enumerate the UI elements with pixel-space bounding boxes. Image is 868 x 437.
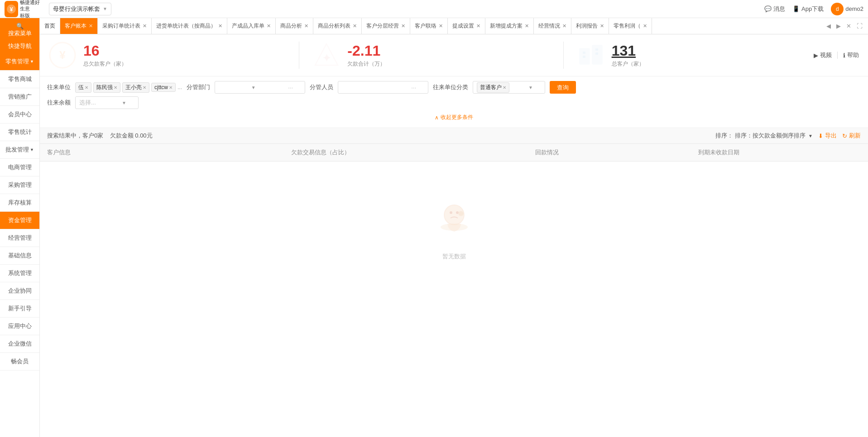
close-tab-business-status[interactable]: ✕	[562, 23, 566, 29]
sidebar-item-finance[interactable]: 资金管理	[0, 212, 39, 229]
tab-purchase-stats[interactable]: 进货单统计表（按商品） ✕	[152, 18, 227, 34]
tab-customer-tier[interactable]: 客户分层经营 ✕	[362, 18, 410, 34]
filter-tag-chen[interactable]: 陈民强 ✕	[93, 82, 120, 93]
sidebar-item-app-center[interactable]: 应用中心	[0, 318, 39, 335]
video-help-btn[interactable]: ▶ 视频	[814, 51, 832, 59]
help-area: ▶ 视频 ℹ 帮助	[814, 51, 859, 59]
tab-commission-setting[interactable]: 提成设置 ✕	[448, 18, 485, 34]
refresh-icon: ↻	[842, 133, 847, 139]
user-profile[interactable]: d demo2	[831, 3, 863, 15]
sidebar-item-wholesale[interactable]: 批发管理 ▼	[0, 141, 39, 159]
collapse-filter-btn[interactable]: ∧ 收起更多条件	[435, 112, 473, 123]
sidebar-item-inventory[interactable]: 库存核算	[0, 194, 39, 212]
arrears-label: 欠款合计（万）	[347, 60, 385, 68]
table-col-overdue-date: 到期未收款日期	[698, 148, 861, 157]
sidebar-item-retail-stats[interactable]: 零售统计	[0, 124, 39, 141]
download-icon: 📱	[792, 5, 800, 12]
sidebar: 🔍 搜索菜单 快捷导航 零售管理 ▼ 零售商城 营销推广 会员中心 零售统计	[0, 18, 40, 437]
person-filter-select[interactable]: ···	[338, 81, 428, 94]
logo-icon: ¥	[5, 1, 18, 17]
tab-business-status[interactable]: 经营情况 ✕	[534, 18, 571, 34]
sidebar-item-enterprise-collab[interactable]: 企业协同	[0, 282, 39, 300]
tab-profit-report[interactable]: 利润报告 ✕	[571, 18, 609, 34]
remove-tag-chen[interactable]: ✕	[114, 85, 117, 90]
close-tab-retail-profit[interactable]: ✕	[643, 23, 647, 29]
balance-chevron-icon: ▼	[122, 100, 126, 105]
tab-home[interactable]: 首页	[40, 18, 60, 34]
sidebar-item-enterprise-wechat[interactable]: 企业微信	[0, 335, 39, 353]
stat-block-total-customers: 131 总客户（家）	[577, 42, 814, 69]
balance-filter-select[interactable]: 选择... ▼	[75, 96, 139, 109]
chevron-down-icon: ▼	[103, 6, 107, 11]
tab-goods-analysis-list[interactable]: 商品分析列表 ✕	[313, 18, 362, 34]
sidebar-item-purchase[interactable]: 采购管理	[0, 176, 39, 194]
logo-area: ¥ 畅捷通好生意 标版	[5, 0, 44, 19]
tab-product-inbound[interactable]: 产成品入库单 ✕	[227, 18, 276, 34]
stat-block-arrears: ✦ -2.11 欠款合计（万）	[313, 42, 549, 69]
sidebar-item-marketing[interactable]: 营销推广	[0, 88, 39, 106]
balance-placeholder: 选择...	[79, 99, 96, 107]
tenant-dropdown[interactable]: 母婴行业演示帐套 ▼	[49, 3, 111, 15]
svg-rect-9	[583, 56, 585, 58]
tab-next-btn[interactable]: ▶	[834, 23, 843, 29]
person-more-btn[interactable]: ···	[411, 84, 416, 91]
tab-fullscreen-btn[interactable]: ⛶	[855, 23, 864, 29]
close-tab-customer-contact[interactable]: ✕	[439, 23, 443, 29]
tab-customer-contact[interactable]: 客户联络 ✕	[410, 18, 448, 34]
close-tab-product-inbound[interactable]: ✕	[267, 23, 271, 29]
close-tab-purchase-order[interactable]: ✕	[143, 23, 147, 29]
sidebar-quick-nav[interactable]: 快捷导航	[0, 40, 39, 53]
tab-add-commission[interactable]: 新增提成方案 ✕	[485, 18, 534, 34]
filter-tag-cjttcw[interactable]: cjttcw ✕	[151, 83, 176, 92]
sidebar-item-member-center[interactable]: 会员中心	[0, 106, 39, 124]
svg-rect-11	[595, 52, 598, 55]
tab-retail-profit[interactable]: 零售利润（ ✕	[609, 18, 652, 34]
tab-purchase-order[interactable]: 采购订单统计表 ✕	[98, 18, 152, 34]
dept-filter-select[interactable]: ▼ ···	[215, 81, 305, 94]
filter-tag-wu[interactable]: 伍 ✕	[75, 82, 91, 93]
sidebar-item-member[interactable]: 畅会员	[0, 353, 39, 370]
tab-close-all-btn[interactable]: ✕	[844, 23, 853, 29]
filter-tag-wang[interactable]: 王小亮 ✕	[122, 82, 149, 93]
table-col-customer-info: 客户信息	[47, 148, 291, 157]
close-tab-goods-analysis[interactable]: ✕	[304, 23, 308, 29]
close-tab-customer-tier[interactable]: ✕	[401, 23, 405, 29]
video-icon: ▶	[814, 52, 818, 59]
sidebar-item-retail-management[interactable]: 零售管理 ▼	[0, 53, 39, 71]
help-btn[interactable]: ℹ 帮助	[843, 51, 859, 59]
table-col-debt-info: 欠款交易信息（占比）	[291, 148, 535, 157]
close-tab-purchase-stats[interactable]: ✕	[218, 23, 222, 29]
sidebar-item-retail-mall[interactable]: 零售商城	[0, 71, 39, 88]
unit-category-select[interactable]: 普通客户 ✕ ▼	[473, 81, 545, 94]
tab-goods-analysis[interactable]: 商品分析 ✕	[276, 18, 313, 34]
remove-tag-wang[interactable]: ✕	[143, 85, 146, 90]
message-button[interactable]: 💬 消息	[764, 5, 785, 13]
close-tab-goods-analysis-list[interactable]: ✕	[353, 23, 357, 29]
close-tab-add-commission[interactable]: ✕	[525, 23, 529, 29]
close-tab-profit-report[interactable]: ✕	[600, 23, 604, 29]
query-button[interactable]: 查询	[550, 81, 576, 94]
tab-prev-btn[interactable]: ◀	[825, 23, 833, 29]
sidebar-item-operations[interactable]: 经营管理	[0, 229, 39, 247]
remove-tag-cjttcw[interactable]: ✕	[169, 85, 173, 90]
export-button[interactable]: ⬇ 导出	[818, 132, 837, 140]
sidebar-item-basic-info[interactable]: 基础信息	[0, 247, 39, 265]
sidebar-item-system[interactable]: 系统管理	[0, 265, 39, 282]
close-tab-commission-setting[interactable]: ✕	[476, 23, 480, 29]
results-summary: 搜索结果中，客户0家 欠款金额 0.00元	[47, 132, 153, 140]
sidebar-search[interactable]: 🔍 搜索菜单	[0, 18, 39, 40]
sidebar-item-guide[interactable]: 新手引导	[0, 300, 39, 318]
tab-customer-ledger[interactable]: 客户账本 ✕	[60, 18, 98, 34]
sort-select[interactable]: 排序： 排序：按欠款金额倒序排序 ▼	[715, 132, 813, 140]
remove-tag-normal-customer[interactable]: ✕	[503, 85, 506, 90]
svg-rect-10	[595, 48, 598, 51]
filter-tag-normal-customer[interactable]: 普通客户 ✕	[477, 82, 509, 93]
dept-more-btn[interactable]: ···	[288, 84, 293, 91]
top-right-area: 💬 消息 📱 App下载 d demo2	[764, 3, 863, 15]
close-tab-customer-ledger[interactable]: ✕	[89, 23, 93, 29]
sidebar-item-ecommerce[interactable]: 电商管理	[0, 159, 39, 176]
remove-tag-wu[interactable]: ✕	[85, 85, 88, 90]
more-tags-btn[interactable]: ...	[177, 84, 182, 90]
refresh-button[interactable]: ↻ 刷新	[842, 132, 861, 140]
app-download-button[interactable]: 📱 App下载	[792, 5, 824, 13]
